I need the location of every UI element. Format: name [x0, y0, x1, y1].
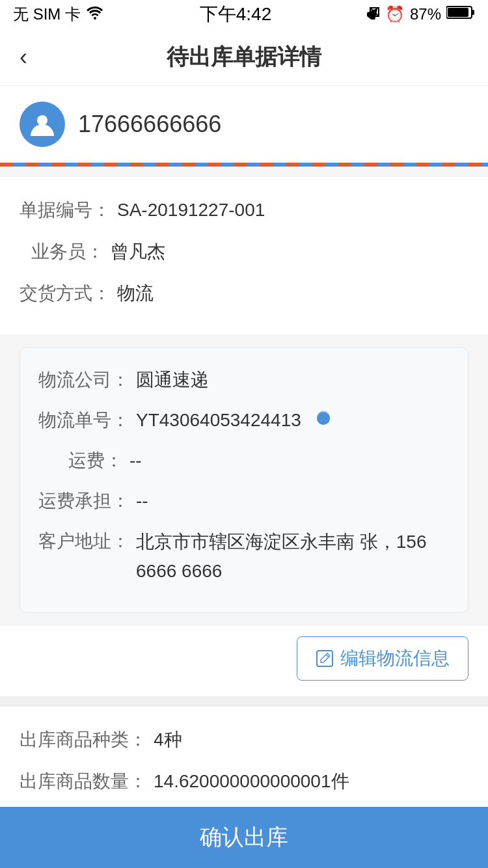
location-status-icon	[367, 5, 380, 23]
logistics-tracking-row: 物流单号： YT43064053424413	[38, 407, 450, 434]
logistics-company-label: 物流公司：	[38, 366, 136, 394]
section-divider-1	[0, 696, 488, 707]
confirm-btn-area: 确认出库	[0, 807, 488, 868]
freight-label: 运费：	[38, 447, 129, 474]
freight-value: --	[129, 447, 450, 474]
status-bar: 无 SIM 卡 下午4:42 ⏰ 87%	[0, 0, 488, 29]
page-title: 待出库单据详情	[167, 42, 321, 72]
logistics-tracking-value-row: YT43064053424413	[136, 407, 450, 434]
salesman-value: 曾凡杰	[111, 238, 468, 265]
address-value: 北京市市辖区海淀区永丰南 张，156 6666 6666	[136, 528, 450, 586]
status-left: 无 SIM 卡	[13, 4, 104, 25]
wifi-icon	[86, 5, 104, 23]
svg-rect-3	[448, 8, 468, 17]
logistics-tracking-label: 物流单号：	[38, 407, 136, 434]
item-type-value: 4种	[154, 726, 468, 753]
alarm-icon: ⏰	[385, 5, 405, 23]
item-qty-value: 14.620000000000001件	[154, 768, 468, 795]
order-info-section: 单据编号： SA-20191227-001 业务员： 曾凡杰 交货方式： 物流	[0, 177, 488, 334]
battery-icon	[446, 5, 475, 23]
tracking-location-icon[interactable]	[312, 409, 335, 432]
dashed-separator	[0, 163, 488, 167]
nav-bar: ‹ 待出库单据详情	[0, 29, 488, 86]
item-type-label: 出库商品种类：	[20, 726, 154, 753]
inventory-section: 出库商品种类： 4种 出库商品数量： 14.620000000000001件	[0, 707, 488, 822]
logistics-company-value: 圆通速递	[136, 366, 450, 394]
logistics-card: 物流公司： 圆通速递 物流单号： YT43064053424413 运费： --…	[20, 347, 468, 613]
order-no-label: 单据编号：	[20, 197, 117, 224]
address-row: 客户地址： 北京市市辖区海淀区永丰南 张，156 6666 6666	[38, 528, 450, 586]
edit-logistics-label: 编辑物流信息	[340, 646, 450, 671]
svg-point-4	[37, 115, 47, 126]
edit-btn-row: 编辑物流信息	[0, 626, 488, 696]
tracking-number: YT43064053424413	[136, 407, 301, 434]
delivery-label: 交货方式：	[20, 280, 117, 307]
edit-icon	[316, 649, 334, 668]
item-qty-label: 出库商品数量：	[20, 768, 154, 795]
item-qty-row: 出库商品数量： 14.620000000000001件	[20, 768, 468, 795]
salesman-label: 业务员：	[20, 238, 111, 265]
delivery-row: 交货方式： 物流	[20, 280, 468, 307]
customer-header: 17666666666	[0, 86, 488, 163]
freight-bearer-value: --	[136, 487, 450, 515]
svg-rect-2	[472, 10, 474, 15]
customer-phone: 17666666666	[78, 111, 221, 138]
delivery-value: 物流	[117, 280, 468, 307]
order-no-row: 单据编号： SA-20191227-001	[20, 197, 468, 224]
status-right: ⏰ 87%	[367, 5, 475, 23]
address-label: 客户地址：	[38, 528, 136, 555]
item-type-row: 出库商品种类： 4种	[20, 726, 468, 753]
freight-row: 运费： --	[38, 447, 450, 474]
freight-bearer-row: 运费承担： --	[38, 487, 450, 515]
avatar	[20, 102, 65, 147]
logistics-company-row: 物流公司： 圆通速递	[38, 366, 450, 394]
carrier-text: 无 SIM 卡	[13, 4, 81, 25]
back-button[interactable]: ‹	[20, 37, 34, 77]
svg-rect-9	[317, 651, 332, 666]
battery-text: 87%	[410, 5, 441, 23]
salesman-row: 业务员： 曾凡杰	[20, 238, 468, 265]
freight-bearer-label: 运费承担：	[38, 487, 136, 515]
edit-logistics-button[interactable]: 编辑物流信息	[297, 636, 468, 681]
status-time: 下午4:42	[200, 2, 272, 27]
confirm-outbound-button[interactable]: 确认出库	[20, 822, 468, 852]
order-no-value: SA-20191227-001	[117, 197, 468, 224]
